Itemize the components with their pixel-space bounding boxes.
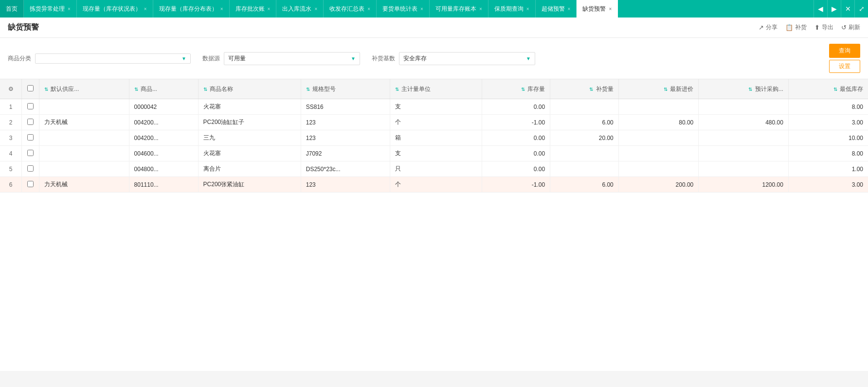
cell-supplier	[39, 146, 129, 161]
close-tab-2[interactable]: ×	[144, 6, 147, 12]
close-tab-4[interactable]: ×	[268, 6, 271, 12]
cell-min-stock: 1.00	[788, 161, 868, 177]
close-tab-3[interactable]: ×	[220, 6, 223, 12]
nav-tab-9[interactable]: 保质期查询 ×	[488, 0, 536, 18]
close-tab-11[interactable]: ×	[609, 6, 612, 12]
close-tab-10[interactable]: ×	[568, 6, 571, 12]
top-nav: 首页 拣货异常处理 × 现存量（库存状况表） × 现存量（库存分布表） × 库存…	[0, 0, 868, 18]
cell-min-stock: 8.00	[788, 146, 868, 161]
datasource-select[interactable]: 可用量 ▼	[224, 52, 360, 65]
cell-stock: 0.00	[482, 99, 550, 115]
col-gear: ⚙	[0, 79, 22, 99]
cell-est-purchase: 480.00	[699, 115, 789, 130]
nav-tab-5[interactable]: 出入库流水 ×	[276, 0, 324, 18]
row-checkbox[interactable]	[27, 134, 34, 141]
select-all-checkbox[interactable]	[27, 85, 34, 91]
col-min-stock[interactable]: ⇅ 最低库存	[788, 79, 868, 99]
cell-replenish: 6.00	[550, 115, 619, 130]
sort-icon-name: ⇅	[203, 87, 207, 92]
row-checkbox-cell	[22, 161, 39, 177]
cell-replenish	[550, 161, 619, 177]
settings-button[interactable]: 设置	[829, 60, 860, 73]
nav-tab-4[interactable]: 库存批次账 ×	[230, 0, 277, 18]
gear-button[interactable]: ⚙	[5, 83, 17, 95]
row-num: 6	[0, 177, 22, 193]
replenish-select[interactable]: 安全库存 ▼	[399, 52, 535, 65]
row-checkbox[interactable]	[27, 150, 34, 156]
row-num: 2	[0, 115, 22, 130]
close-tab-9[interactable]: ×	[526, 6, 529, 12]
query-button[interactable]: 查询	[829, 44, 860, 58]
table-row: 2 力天机械 004200... PC200油缸缸子 123 个 -1.00 6…	[0, 115, 868, 130]
replenish-action[interactable]: 📋 补货	[785, 23, 807, 32]
cell-replenish: 6.00	[550, 177, 619, 193]
close-tab-8[interactable]: ×	[479, 6, 482, 12]
col-stock[interactable]: ⇅ 库存量	[482, 79, 550, 99]
cell-code: 801110...	[129, 177, 198, 193]
row-num: 3	[0, 130, 22, 146]
row-checkbox[interactable]	[27, 119, 34, 125]
col-check	[22, 79, 39, 99]
share-icon: ↗	[759, 24, 764, 31]
col-replenish[interactable]: ⇅ 补货量	[550, 79, 619, 99]
sort-icon-replenish: ⇅	[589, 87, 593, 92]
cell-supplier: 力天机械	[39, 177, 129, 193]
nav-tab-7[interactable]: 要货单统计表 ×	[377, 0, 430, 18]
cell-min-stock: 10.00	[788, 130, 868, 146]
close-tab-1[interactable]: ×	[68, 6, 71, 12]
cell-latest-price	[618, 99, 699, 115]
col-est-purchase[interactable]: ⇅ 预计采购...	[699, 79, 789, 99]
col-unit[interactable]: ⇅ 主计量单位	[390, 79, 482, 99]
refresh-action[interactable]: ↺ 刷新	[841, 23, 860, 32]
share-action[interactable]: ↗ 分享	[759, 23, 778, 32]
datasource-arrow-icon: ▼	[351, 56, 356, 61]
datasource-filter: 数据源 可用量 ▼	[202, 52, 360, 65]
cell-code: 004200...	[129, 130, 198, 146]
row-checkbox[interactable]	[27, 181, 34, 187]
nav-expand-button[interactable]: ⤢	[854, 0, 868, 18]
row-checkbox[interactable]	[27, 103, 34, 109]
nav-tab-8[interactable]: 可用量库存账本 ×	[430, 0, 488, 18]
nav-tab-3[interactable]: 现存量（库存分布表） ×	[153, 0, 230, 18]
sort-icon-stock: ⇅	[521, 87, 525, 92]
data-table: ⚙ ⇅ 默认供应... ⇅ 商品... ⇅ 商品名称	[0, 79, 868, 193]
sort-icon-spec: ⇅	[306, 87, 310, 92]
row-checkbox[interactable]	[27, 165, 34, 172]
cell-est-purchase	[699, 161, 789, 177]
nav-tab-11[interactable]: 缺货预警 ×	[577, 0, 618, 18]
col-supplier[interactable]: ⇅ 默认供应...	[39, 79, 129, 99]
close-tab-7[interactable]: ×	[420, 6, 423, 12]
cell-latest-price	[618, 161, 699, 177]
col-latest-price[interactable]: ⇅ 最新进价	[618, 79, 699, 99]
table-header-row: ⚙ ⇅ 默认供应... ⇅ 商品... ⇅ 商品名称	[0, 79, 868, 99]
cell-min-stock: 8.00	[788, 99, 868, 115]
nav-tab-1[interactable]: 拣货异常处理 ×	[24, 0, 77, 18]
datasource-value: 可用量	[228, 54, 246, 63]
nav-tab-home[interactable]: 首页	[0, 0, 24, 18]
col-code[interactable]: ⇅ 商品...	[129, 79, 198, 99]
nav-tab-2[interactable]: 现存量（库存状况表） ×	[77, 0, 153, 18]
close-tab-6[interactable]: ×	[367, 6, 370, 12]
row-checkbox-cell	[22, 130, 39, 146]
nav-tab-10[interactable]: 超储预警 ×	[536, 0, 577, 18]
cell-code: 0000042	[129, 99, 198, 115]
nav-tab-6[interactable]: 收发存汇总表 ×	[324, 0, 377, 18]
sort-icon-unit: ⇅	[395, 87, 399, 92]
col-spec[interactable]: ⇅ 规格型号	[301, 79, 390, 99]
cell-est-purchase: 1200.00	[699, 177, 789, 193]
close-tab-5[interactable]: ×	[314, 6, 317, 12]
col-name[interactable]: ⇅ 商品名称	[198, 79, 301, 99]
category-select[interactable]: ▼	[35, 53, 191, 64]
table-body: 1 0000042 火花塞 SS816 支 0.00 8.00 2 力天机械 0…	[0, 99, 868, 193]
table-row: 4 004600... 火花塞 J7092 支 0.00 8.00	[0, 146, 868, 161]
export-action[interactable]: ⬆ 导出	[814, 23, 833, 32]
filter-actions: 查询 设置	[829, 44, 860, 73]
cell-spec: 123	[301, 130, 390, 146]
cell-min-stock: 3.00	[788, 115, 868, 130]
nav-close-button[interactable]: ✕	[841, 0, 854, 18]
content-area: ⚙ ⇅ 默认供应... ⇅ 商品... ⇅ 商品名称	[0, 79, 868, 371]
nav-prev-button[interactable]: ◀	[814, 0, 827, 18]
page-title: 缺货预警	[8, 22, 39, 33]
nav-next-button[interactable]: ▶	[827, 0, 841, 18]
cell-min-stock: 3.00	[788, 177, 868, 193]
